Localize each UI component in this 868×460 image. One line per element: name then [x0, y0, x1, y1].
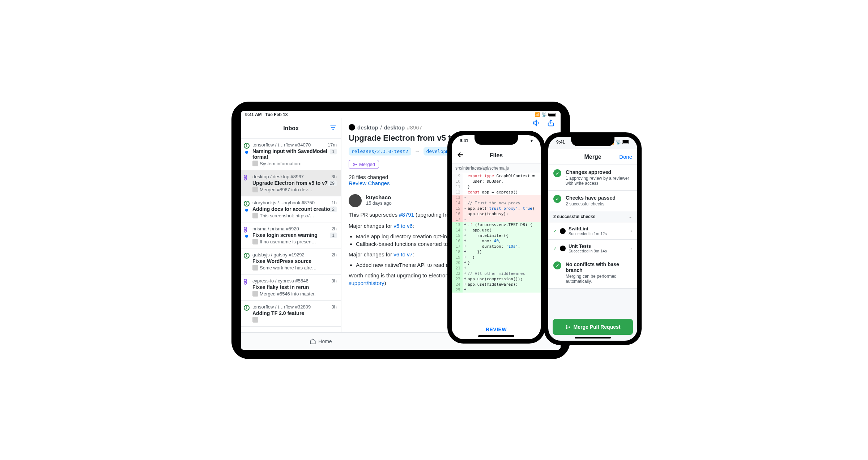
signal-icon: 📶: [535, 112, 540, 117]
item-title: Adding TF 2.0 feature: [252, 310, 336, 316]
phone-merge-screen: 9:41 📶 📡 Merge Done ✓ Changes approved: [548, 137, 637, 341]
check-icon: ✓: [553, 195, 561, 203]
phone-files-screen: 9:41 ▾ Files src/interfaces/api/schema.j…: [452, 135, 541, 339]
repo-line: tensorflow / t…rflow #32809: [252, 304, 336, 310]
inbox-title: Inbox: [283, 125, 299, 132]
file-path: src/interfaces/api/schema.js: [452, 163, 541, 173]
support-link[interactable]: support/history: [349, 280, 384, 286]
conflicts-title: No conflicts with base branch: [566, 261, 632, 273]
diff-line: 15+ rateLimiter({: [452, 233, 541, 238]
repo-line: cypress-io / cypress #5546: [252, 278, 336, 284]
wifi-icon: ▾: [531, 138, 533, 143]
time-label: 3h: [332, 304, 337, 310]
done-button[interactable]: Done: [619, 154, 632, 160]
phone-files-nav: Files: [452, 148, 541, 163]
checks-list-header[interactable]: 2 successful checks ⌄: [548, 211, 637, 222]
avatar-icon: [252, 161, 258, 166]
pr-icon: [244, 227, 250, 233]
statusbar-date: Tue Feb 18: [265, 112, 288, 117]
diff-line: 17-: [452, 217, 541, 222]
check-subtitle: Succeeded in 1m 12s: [569, 231, 628, 236]
avatar-icon: [252, 213, 258, 218]
repo-line: prisma / prisma #5920: [252, 226, 336, 231]
item-title: Upgrade Electron from v5 to v7: [252, 180, 336, 186]
check-name: SwiftLint: [569, 226, 628, 231]
statusbar-time: 9:41: [556, 140, 565, 145]
unread-dot-icon: [245, 209, 248, 212]
diff-line: 16-app.use(toobusy);: [452, 211, 541, 217]
diff-line: 9 export type GraphQLContext =: [452, 173, 541, 179]
notch: [475, 135, 518, 145]
diff-line: 25+: [452, 287, 541, 293]
svg-point-6: [356, 164, 357, 165]
repo-line: desktop / desktop #8967: [252, 174, 336, 179]
github-icon: [349, 124, 355, 131]
nav-title: Files: [490, 152, 503, 159]
diff-line: 18+ }): [452, 249, 541, 255]
repo-owner: desktop: [357, 124, 378, 131]
check-icon: ✓: [553, 246, 557, 251]
diff-line: 12 const app = express(): [452, 189, 541, 195]
inbox-item[interactable]: tensorflow / t…rflow #328093hAdding TF 2…: [241, 301, 341, 327]
comment-when: 15 days ago: [366, 200, 392, 206]
check-item[interactable]: ✓Unit TestsSucceeded in 9m 14s›: [548, 240, 637, 257]
tab-home[interactable]: Home: [241, 333, 401, 350]
share-icon[interactable]: [547, 119, 555, 128]
inbox-item[interactable]: gatsbyjs / gatsby #192922hFixes WordPres…: [241, 248, 341, 274]
diff-line: 11 }: [452, 184, 541, 189]
inbox-item[interactable]: cypress-io / cypress #55463hFixes flaky …: [241, 274, 341, 301]
statusbar: 9:41 AM Tue Feb 18 📶 📡: [241, 111, 561, 118]
diff-line: 13+if (!process.env.TEST_DB) {: [452, 222, 541, 227]
inbox-header: Inbox: [241, 118, 341, 139]
inbox-item[interactable]: desktop / desktop #89673h29Upgrade Elect…: [241, 170, 341, 196]
avatar-icon: [252, 265, 258, 271]
item-subtitle: Merged #8967 into dev…: [252, 187, 336, 192]
check-item[interactable]: ✓SwiftLintSucceeded in 1m 12s›: [548, 222, 637, 240]
checks-list: ✓SwiftLintSucceeded in 1m 12s›✓Unit Test…: [548, 222, 637, 257]
diff-line: 13-: [452, 195, 541, 200]
item-title: Fixes login screen warning: [252, 232, 336, 238]
diff-line: 23+app.use(compression());: [452, 276, 541, 282]
diff-line: 14-// Trust the now proxy: [452, 200, 541, 206]
supersedes-link[interactable]: #8791: [399, 212, 414, 218]
passed-subtitle: 2 successful checks: [566, 201, 632, 206]
app-icon: [560, 246, 566, 251]
repo-line: tensorflow / t…rflow #34070: [252, 142, 336, 148]
time-label: 17m: [328, 142, 337, 148]
check-name: Unit Tests: [569, 243, 628, 249]
back-icon[interactable]: [457, 151, 465, 160]
check-icon: ✓: [553, 169, 561, 177]
notch: [571, 137, 614, 146]
item-subtitle: If no username is presen…: [252, 239, 336, 244]
phone-files-content: src/interfaces/api/schema.js 9 export ty…: [452, 163, 541, 339]
diff-line: 22+// All other middlewares: [452, 271, 541, 276]
v6-v7-link[interactable]: v6 to v7: [393, 251, 413, 257]
arrow-icon: →: [415, 149, 420, 154]
inbox-item[interactable]: storybookjs /…orybook #87501h2Adding doc…: [241, 196, 341, 222]
phone-files-device: 9:41 ▾ Files src/interfaces/api/schema.j…: [447, 131, 545, 344]
avatar[interactable]: [349, 194, 362, 207]
pr-icon: [244, 175, 250, 180]
diff-view[interactable]: 9 export type GraphQLContext =10 user: D…: [452, 173, 541, 293]
diff-line: 10 user: DBUser,: [452, 179, 541, 184]
branch-head[interactable]: releases/2.3.0-test2: [349, 147, 411, 156]
statusbar-right: 📶 📡: [535, 112, 556, 117]
v5-v6-link[interactable]: v5 to v6: [393, 223, 413, 229]
chevron-right-icon: ›: [631, 246, 632, 251]
count-badge: 1: [330, 149, 337, 154]
issue-number: #8967: [407, 124, 422, 131]
sound-icon[interactable]: [532, 119, 540, 128]
home-indicator: [478, 335, 514, 337]
merge-pr-button[interactable]: Merge Pull Request: [553, 319, 633, 335]
nav-title: Merge: [584, 154, 601, 160]
comment-author[interactable]: kuychaco: [366, 194, 392, 200]
checks-passed-row: ✓ Checks have passed 2 successful checks: [548, 191, 637, 211]
diff-line: 15-app.set('trust proxy', true): [452, 206, 541, 211]
phone-merge-content: ✓ Changes approved 1 approving review by…: [548, 165, 637, 341]
diff-line: 16+ max: 40,: [452, 238, 541, 244]
svg-point-9: [569, 326, 570, 328]
inbox-item[interactable]: tensorflow / t…rflow #3407017m1Naming in…: [241, 139, 341, 170]
filter-icon[interactable]: [329, 124, 337, 133]
inbox-item[interactable]: prisma / prisma #59202h1Fixes login scre…: [241, 222, 341, 248]
issue-icon: [244, 253, 250, 259]
